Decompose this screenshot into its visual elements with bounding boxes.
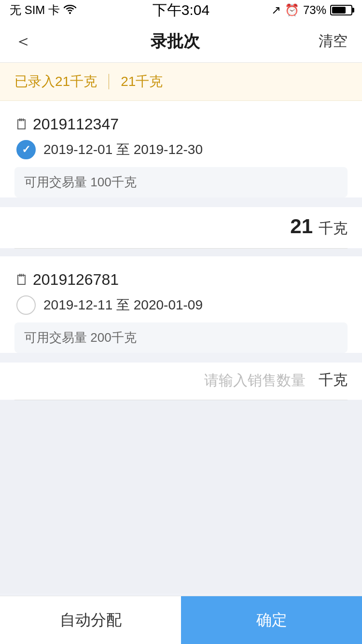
checkmark-1: ✓ — [22, 143, 30, 156]
batch-id-2: 2019126781 — [33, 271, 119, 289]
status-time: 下午3:04 — [153, 0, 209, 20]
location-icon: ↗ — [271, 3, 281, 17]
available-qty-2: 可用交易量 200千克 — [14, 322, 348, 353]
amount-value-1: 21 — [290, 215, 313, 238]
radio-btn-1[interactable]: ✓ — [16, 140, 36, 159]
input-row-2[interactable]: 千克 — [0, 363, 362, 400]
carrier-label: 无 SIM 卡 — [10, 2, 60, 18]
clear-button[interactable]: 清空 — [319, 31, 348, 51]
summary-banner: 已录入21千克 21千克 — [0, 63, 362, 101]
confirm-button[interactable]: 确定 — [181, 596, 362, 644]
nav-bar: ＜ 录批次 清空 — [0, 20, 362, 63]
status-bar: 无 SIM 卡 下午3:04 ↗ ⏰ 73% — [0, 0, 362, 20]
batch-doc-icon-1: 🗒 — [14, 116, 29, 133]
battery-icon — [330, 5, 352, 15]
input-unit-2: 千克 — [319, 370, 348, 390]
batch-date-row-1[interactable]: ✓ 2019-12-01 至 2019-12-30 — [14, 140, 348, 159]
summary-divider — [109, 74, 109, 89]
auto-distribute-button[interactable]: 自动分配 — [0, 596, 181, 644]
bottom-bar: 自动分配 确定 — [0, 596, 362, 644]
batch-date-1: 2019-12-01 至 2019-12-30 — [43, 140, 203, 159]
recorded-label: 已录入21千克 — [14, 72, 97, 91]
batch-id-1: 2019112347 — [33, 115, 119, 133]
empty-area — [0, 400, 362, 593]
amount-row-1: 21 千克 — [0, 207, 362, 248]
status-left: 无 SIM 卡 — [10, 2, 76, 18]
alarm-icon: ⏰ — [285, 3, 299, 17]
batch-date-2: 2019-12-11 至 2020-01-09 — [43, 296, 203, 314]
section-gap — [0, 249, 362, 256]
qty-input-2[interactable] — [168, 372, 313, 389]
back-button[interactable]: ＜ — [14, 29, 32, 53]
total-label: 21千克 — [121, 72, 163, 91]
batch-doc-icon-2: 🗒 — [14, 272, 29, 288]
battery-percent: 73% — [303, 3, 326, 17]
batch-item-1: 🗒 2019112347 ✓ 2019-12-01 至 2019-12-30 可… — [0, 101, 362, 197]
available-qty-1: 可用交易量 100千克 — [14, 167, 348, 197]
radio-btn-2[interactable] — [16, 295, 36, 315]
main-content: 已录入21千克 21千克 🗒 2019112347 ✓ 2019-12-01 至… — [0, 63, 362, 642]
batch-date-row-2[interactable]: 2019-12-11 至 2020-01-09 — [14, 295, 348, 315]
batch-item-2: 🗒 2019126781 2019-12-11 至 2020-01-09 可用交… — [0, 256, 362, 353]
status-right: ↗ ⏰ 73% — [271, 3, 352, 17]
amount-unit-1: 千克 — [319, 219, 348, 238]
wifi-icon — [64, 3, 76, 17]
page-title: 录批次 — [151, 30, 200, 53]
batch-id-row-2: 🗒 2019126781 — [14, 271, 348, 289]
batch-id-row-1: 🗒 2019112347 — [14, 115, 348, 133]
